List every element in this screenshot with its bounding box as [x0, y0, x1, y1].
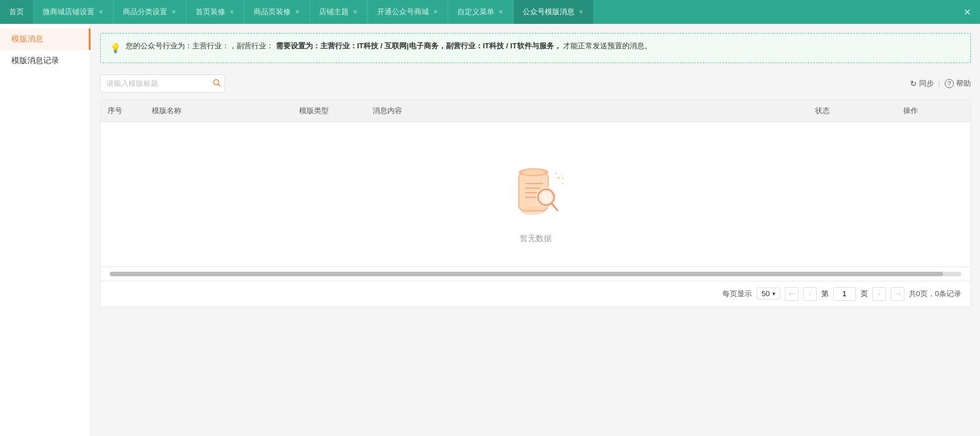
page-size-label: 每页显示: [722, 289, 752, 299]
tab-wechat-shop-close[interactable]: ×: [98, 7, 104, 17]
page-label-post: 页: [861, 289, 868, 299]
page-label-pre: 第: [821, 289, 829, 299]
tab-product-page-decor[interactable]: 商品页装修 ×: [245, 0, 310, 24]
page-size-value: 50: [762, 289, 770, 298]
scrollbar-thumb: [110, 272, 943, 276]
svg-point-6: [522, 169, 545, 175]
content-area: 💡 您的公众号行业为：主营行业：，副营行业： 需要设置为：主营行业：IT科技 /…: [91, 24, 980, 436]
svg-point-17: [555, 172, 556, 174]
tab-custom-menu[interactable]: 自定义菜单 ×: [448, 0, 514, 24]
svg-line-18: [560, 175, 561, 176]
last-page-button[interactable]: ⊣: [891, 287, 904, 301]
tab-bar-close-all[interactable]: ✕: [954, 7, 980, 18]
tab-product-category-label: 商品分类设置: [123, 7, 167, 17]
sidebar: 模版消息 模版消息记录: [0, 24, 91, 436]
notice-highlight: 需要设置为：主营行业：IT科技 / 互联网|电子商务，副营行业：IT科技 / I…: [276, 41, 561, 50]
notice-suffix: 才能正常发送预置的消息。: [563, 41, 652, 50]
tab-shop-theme-close[interactable]: ×: [352, 7, 358, 17]
tab-home-decor-label: 首页装修: [196, 7, 225, 17]
empty-text: 暂无数据: [101, 234, 970, 244]
refresh-icon: ↻: [910, 79, 917, 88]
notice-text: 您的公众号行业为：主营行业：，副营行业： 需要设置为：主营行业：IT科技 / 互…: [126, 40, 652, 52]
empty-row: 暂无数据: [101, 122, 970, 267]
tab-product-category[interactable]: 商品分类设置 ×: [114, 0, 187, 24]
table-header-row: 序号 模版名称 模版类型 消息内容 状态: [101, 100, 970, 122]
tab-product-page-decor-close[interactable]: ×: [294, 7, 300, 17]
tab-wechat-shop[interactable]: 微商城店铺设置 ×: [34, 0, 114, 24]
tab-custom-menu-close[interactable]: ×: [498, 7, 504, 17]
search-icon[interactable]: [213, 78, 221, 88]
pagination: 每页显示 50 ▾ ⊢ ‹ 第 页 › ⊣ 共0页，0条记录: [101, 281, 970, 306]
tab-custom-menu-label: 自定义菜单: [457, 7, 494, 17]
tab-open-public-shop-close[interactable]: ×: [432, 7, 439, 17]
data-table: 序号 模版名称 模版类型 消息内容 状态: [101, 100, 970, 267]
svg-point-13: [540, 192, 552, 203]
tab-shop-theme[interactable]: 店铺主题 ×: [310, 0, 368, 24]
svg-point-16: [561, 182, 563, 184]
sync-label: 同步: [919, 78, 934, 89]
current-page-input[interactable]: [833, 287, 856, 301]
tab-wechat-shop-label: 微商城店铺设置: [43, 7, 94, 17]
tab-open-public-shop-label: 开通公众号商城: [377, 7, 429, 17]
table-body: 暂无数据: [101, 122, 970, 267]
col-header-content: 消息内容: [366, 100, 808, 122]
svg-line-14: [552, 204, 557, 210]
horizontal-scrollbar[interactable]: [110, 272, 961, 276]
tab-template-message-close[interactable]: ×: [578, 7, 584, 17]
sidebar-item-template-message-record[interactable]: 模版消息记录: [0, 50, 90, 72]
search-input-wrap: [100, 74, 225, 93]
tab-home-decor[interactable]: 首页装修 ×: [187, 0, 245, 24]
notice-icon: 💡: [110, 41, 121, 56]
toolbar-divider: |: [938, 79, 940, 88]
tab-product-category-close[interactable]: ×: [171, 7, 177, 17]
tab-product-page-decor-label: 商品页装修: [254, 7, 291, 17]
col-header-status: 状态: [808, 100, 896, 122]
next-page-button[interactable]: ›: [873, 287, 886, 301]
svg-point-15: [557, 177, 560, 179]
help-label: 帮助: [956, 78, 971, 89]
first-page-button[interactable]: ⊢: [785, 287, 799, 301]
page-size-dropdown-icon: ▾: [772, 290, 775, 297]
search-input[interactable]: [100, 74, 225, 93]
tab-bar: 首页 微商城店铺设置 × 商品分类设置 × 首页装修 × 商品页装修 × 店铺主…: [0, 0, 980, 24]
svg-line-1: [218, 84, 221, 86]
help-icon: ?: [945, 79, 954, 88]
sidebar-item-template-message-label: 模版消息: [11, 34, 43, 43]
table-header: 序号 模版名称 模版类型 消息内容 状态: [101, 100, 970, 122]
col-header-seq: 序号: [101, 100, 145, 122]
toolbar-right: ↻ 同步 | ? 帮助: [910, 78, 971, 89]
tab-home-decor-close[interactable]: ×: [229, 7, 235, 17]
notice-box: 💡 您的公众号行业为：主营行业：，副营行业： 需要设置为：主营行业：IT科技 /…: [100, 33, 971, 63]
prev-page-button[interactable]: ‹: [803, 287, 817, 301]
tab-template-message[interactable]: 公众号模版消息 ×: [514, 0, 594, 24]
page-size-select[interactable]: 50 ▾: [756, 288, 780, 300]
main-layout: 模版消息 模版消息记录 💡 您的公众号行业为：主营行业：，副营行业： 需要设置为…: [0, 24, 980, 436]
sidebar-item-template-message[interactable]: 模版消息: [0, 28, 90, 50]
col-header-name: 模版名称: [145, 100, 292, 122]
search-bar: ↻ 同步 | ? 帮助: [100, 74, 971, 93]
scrollbar-area: [101, 267, 970, 281]
tab-shop-theme-label: 店铺主题: [319, 7, 349, 17]
col-header-type: 模版类型: [292, 100, 366, 122]
tab-open-public-shop[interactable]: 开通公众号商城 ×: [368, 0, 448, 24]
col-header-action: 操作: [896, 100, 970, 122]
empty-illustration: [502, 156, 570, 225]
tab-home-label: 首页: [9, 7, 24, 17]
sync-button[interactable]: ↻ 同步: [910, 78, 934, 89]
page-summary: 共0页，0条记录: [909, 289, 961, 299]
help-button[interactable]: ? 帮助: [945, 78, 971, 89]
notice-prefix: 您的公众号行业为：主营行业：，副营行业：: [126, 41, 274, 50]
sidebar-item-template-message-record-label: 模版消息记录: [11, 56, 59, 65]
tab-template-message-label: 公众号模版消息: [523, 7, 574, 17]
empty-state: 暂无数据: [101, 122, 970, 267]
tab-home[interactable]: 首页: [0, 0, 34, 24]
table-wrapper: 序号 模版名称 模版类型 消息内容 状态: [100, 99, 971, 307]
